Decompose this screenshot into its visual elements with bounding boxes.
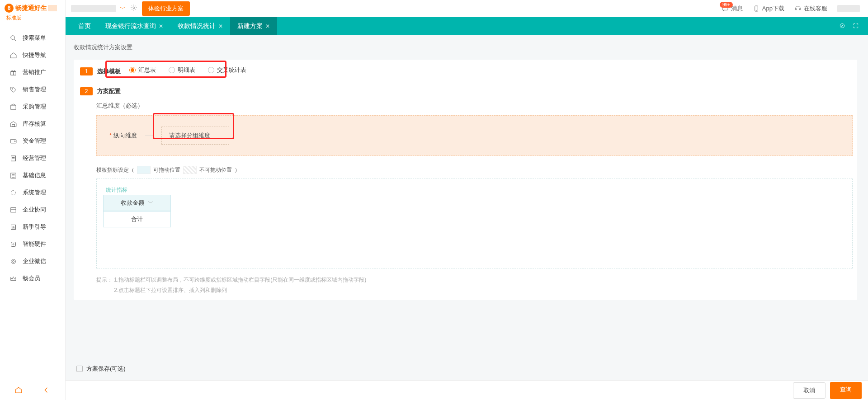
metric-cell-amount[interactable]: 收款金额 ﹀ xyxy=(103,195,171,211)
close-icon[interactable]: ✕ xyxy=(218,23,223,29)
nav-marketing[interactable]: 营销推广 xyxy=(0,64,65,81)
tab-label: 首页 xyxy=(78,22,91,30)
chevron-down-icon: ﹀ xyxy=(120,5,126,13)
content-area: 收款情况统计方案设置 1 选择模板 汇总表 明细表 交叉统计表 xyxy=(66,35,868,400)
form-panel: 1 选择模板 汇总表 明细表 交叉统计表 2 方案配置 xyxy=(74,60,857,300)
vertical-dimension-label: 纵向维度 xyxy=(113,132,137,139)
nav-sales[interactable]: 销售管理 xyxy=(0,81,65,98)
nav-label: 新手引导 xyxy=(23,223,46,231)
nav-system[interactable]: 系统管理 xyxy=(0,184,65,201)
radio-icon xyxy=(169,67,175,73)
collab-icon xyxy=(9,206,17,214)
nav-label: 营销推广 xyxy=(23,68,46,76)
fullscreen-button[interactable] xyxy=(849,23,863,30)
nav-label: 资金管理 xyxy=(23,137,46,145)
home-icon xyxy=(9,51,17,59)
template-box: 统计指标 收款金额 ﹀ 合计 xyxy=(96,179,853,268)
svg-point-0 xyxy=(10,35,14,39)
step-1-badge: 1 xyxy=(80,67,93,75)
radio-label: 明细表 xyxy=(178,66,195,74)
svg-text:新: 新 xyxy=(12,226,15,229)
legend-nodrag-label: 不可拖动位置 xyxy=(199,166,232,174)
field-label-wrap: *纵向维度 xyxy=(109,132,137,140)
industry-cta-button[interactable]: 体验行业方案 xyxy=(142,1,190,16)
nav-purchase[interactable]: 采购管理 xyxy=(0,98,65,115)
legend-drag-label: 可拖动位置 xyxy=(153,166,180,174)
close-icon[interactable]: ✕ xyxy=(159,23,163,29)
nav-label: 销售管理 xyxy=(23,85,46,94)
gift-icon xyxy=(9,68,17,76)
nav-label: 智能硬件 xyxy=(23,240,46,248)
support-link[interactable]: 在线客服 xyxy=(792,5,830,13)
nav-business[interactable]: 经营管理 xyxy=(0,150,65,167)
download-label: App下载 xyxy=(762,5,784,13)
account-selector[interactable]: ﹀ xyxy=(71,5,126,13)
sidebar: 6 畅捷通好生 标准版 搜索菜单 快捷导航 营销推广 销售管理 采购管理 库存核… xyxy=(0,0,66,400)
settings-button[interactable] xyxy=(130,4,137,13)
user-avatar[interactable] xyxy=(835,5,863,12)
svg-rect-10 xyxy=(11,155,15,160)
svg-point-25 xyxy=(12,260,14,262)
wallet-icon xyxy=(9,137,17,145)
nav-inventory[interactable]: 库存核算 xyxy=(0,115,65,132)
vip-icon xyxy=(9,274,17,282)
radio-detail[interactable]: 明细表 xyxy=(169,66,195,74)
brand-area: 6 畅捷通好生 标准版 xyxy=(0,0,65,21)
save-checkbox[interactable] xyxy=(76,366,83,372)
page-title: 收款情况统计方案设置 xyxy=(74,43,857,52)
legend-prefix: 模板指标设定（ xyxy=(96,166,134,174)
radio-summary[interactable]: 汇总表 xyxy=(129,66,156,74)
svg-point-5 xyxy=(12,88,13,89)
tab-receipt-stats[interactable]: 收款情况统计✕ xyxy=(170,17,230,35)
tab-new-plan[interactable]: 新建方案✕ xyxy=(230,17,277,35)
brand-name: 畅捷通好生 xyxy=(15,4,47,12)
svg-rect-18 xyxy=(10,207,15,212)
nav-funds[interactable]: 资金管理 xyxy=(0,132,65,150)
step-2-row: 2 方案配置 xyxy=(80,87,853,95)
footer-bar: 取消 查询 xyxy=(66,380,868,400)
dimension-drop-target[interactable]: 请选择分组维度 xyxy=(161,127,229,145)
nav-collab[interactable]: 企业协同 xyxy=(0,201,65,218)
home-icon[interactable] xyxy=(14,386,23,395)
topbar: ﹀ 体验行业方案 99+ 消息 App下载 在线客服 xyxy=(66,0,868,17)
messages-link[interactable]: 99+ 消息 xyxy=(719,5,745,13)
submit-button[interactable]: 查询 xyxy=(830,382,862,399)
app-download-link[interactable]: App下载 xyxy=(750,5,787,13)
close-icon[interactable]: ✕ xyxy=(265,23,270,29)
nav-hardware[interactable]: 智能硬件 xyxy=(0,235,65,253)
radio-label: 汇总表 xyxy=(138,66,156,74)
svg-rect-6 xyxy=(10,105,15,109)
nav-label: 经营管理 xyxy=(23,154,46,162)
tab-home[interactable]: 首页 xyxy=(71,17,98,35)
gear-dots-icon xyxy=(9,188,17,197)
svg-point-23 xyxy=(13,244,14,245)
nav-wechat[interactable]: 企业微信 xyxy=(0,253,65,270)
box-icon xyxy=(9,103,17,111)
nav-quick[interactable]: 快捷导航 xyxy=(0,47,65,64)
tabs-close-all-button[interactable] xyxy=(835,23,849,30)
nav-search[interactable]: 搜索菜单 xyxy=(0,29,65,47)
metric-header: 统计指标 xyxy=(103,185,171,195)
metric-cell-total[interactable]: 合计 xyxy=(103,211,171,227)
tab-label: 新建方案 xyxy=(237,22,263,30)
nav-basic[interactable]: 基础信息 xyxy=(0,167,65,184)
nav-member[interactable]: 畅会员 xyxy=(0,270,65,287)
radio-icon xyxy=(208,67,214,73)
nav-label: 采购管理 xyxy=(23,103,46,111)
search-icon xyxy=(9,34,17,42)
svg-line-1 xyxy=(14,39,16,41)
hints-block: 提示： 1.拖动标题栏可以调整布局，不可跨维度或指标区域拖动栏目字段(只能在同一… xyxy=(96,275,853,296)
save-label: 方案保存(可选) xyxy=(86,365,126,373)
radio-cross[interactable]: 交叉统计表 xyxy=(208,66,246,74)
nav-guide[interactable]: 新新手引导 xyxy=(0,218,65,235)
nav-label: 企业协同 xyxy=(23,206,46,214)
cancel-button[interactable]: 取消 xyxy=(793,382,826,399)
dimension-section-title: 汇总维度（必选） xyxy=(96,102,853,110)
back-icon[interactable] xyxy=(42,386,51,395)
legend-swatch-draggable xyxy=(137,166,151,174)
support-label: 在线客服 xyxy=(804,5,827,13)
tab-cash-query[interactable]: 现金银行流水查询✕ xyxy=(98,17,170,35)
brand-pix xyxy=(48,5,57,11)
connector-line xyxy=(145,136,153,136)
metric-cell-label: 合计 xyxy=(131,215,143,223)
